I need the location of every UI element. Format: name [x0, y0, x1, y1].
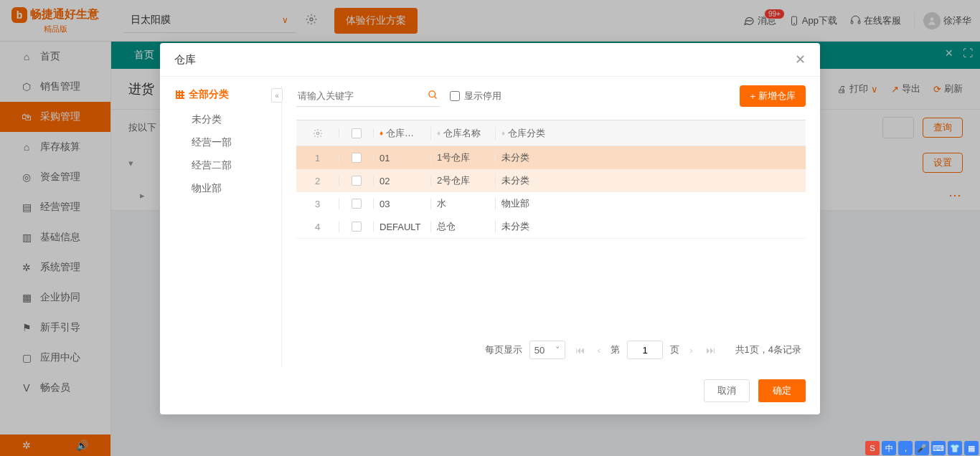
- row-cat: 未分类: [496, 151, 806, 164]
- row-check[interactable]: [339, 199, 374, 209]
- ime-grid-icon[interactable]: ▦: [964, 441, 979, 455]
- warehouse-dialog: 仓库 ✕ 全部分类 未分类 经营一部 经营二部 物业部 «: [160, 43, 820, 414]
- col-name-label: 仓库名称: [443, 127, 481, 140]
- category-item[interactable]: 物业部: [176, 177, 281, 200]
- page-input[interactable]: [627, 341, 663, 359]
- plus-icon: +: [750, 91, 755, 102]
- table-row[interactable]: 2 02 2号仓库 未分类: [296, 169, 806, 192]
- search-input[interactable]: [296, 85, 440, 106]
- row-name: 总仓: [431, 220, 496, 233]
- row-code: 03: [374, 199, 431, 209]
- row-index: 3: [296, 199, 339, 209]
- category-item[interactable]: 经营一部: [176, 131, 281, 154]
- ime-kb-icon[interactable]: ⌨: [931, 441, 946, 455]
- cancel-button[interactable]: 取消: [704, 379, 750, 402]
- checkbox-input[interactable]: [450, 91, 460, 101]
- sort-icon: ♦: [501, 129, 505, 137]
- row-cat: 物业部: [496, 197, 806, 210]
- col-cat-label: 仓库分类: [508, 127, 545, 140]
- next-page-icon[interactable]: ›: [687, 345, 695, 356]
- last-page-icon[interactable]: ⏭: [703, 345, 718, 356]
- page-suffix: 页: [670, 343, 679, 356]
- row-name: 1号仓库: [431, 151, 496, 164]
- ime-s-icon[interactable]: S: [865, 441, 880, 455]
- row-cat: 未分类: [496, 220, 806, 233]
- page-prefix: 第: [611, 343, 620, 356]
- category-item[interactable]: 经营二部: [176, 154, 281, 177]
- check-all[interactable]: [339, 128, 374, 138]
- show-disabled-label: 显示停用: [464, 90, 501, 103]
- table-row[interactable]: 1 01 1号仓库 未分类: [296, 146, 806, 169]
- warehouse-table: ♦仓库… ♦仓库名称 ♦仓库分类 1 01 1号仓库 未分类 2 02 2号仓库…: [296, 120, 806, 239]
- prev-page-icon[interactable]: ‹: [595, 345, 603, 356]
- show-disabled-checkbox[interactable]: 显示停用: [450, 90, 501, 103]
- table-toolbar: 显示停用 + 新增仓库: [296, 85, 806, 107]
- row-check[interactable]: [339, 222, 374, 232]
- first-page-icon[interactable]: ⏮: [573, 345, 588, 356]
- sort-icon: ♦: [437, 129, 440, 137]
- cat-all-label: 全部分类: [189, 88, 229, 101]
- add-label: 新增仓库: [758, 90, 796, 103]
- svg-point-11: [316, 132, 319, 135]
- dialog-title: 仓库: [174, 53, 196, 67]
- category-panel: 全部分类 未分类 经营一部 经营二部 物业部 «: [160, 85, 282, 367]
- ime-skin-icon[interactable]: 👕: [948, 441, 962, 455]
- ime-punct-icon[interactable]: ，: [898, 441, 913, 455]
- page-summary: 共1页，4条记录: [735, 343, 801, 356]
- search-icon[interactable]: [428, 90, 438, 103]
- table-row[interactable]: 4 DEFAULT 总仓 未分类: [296, 215, 806, 238]
- search-box: [296, 85, 440, 107]
- row-check[interactable]: [339, 176, 374, 186]
- gear-column[interactable]: [296, 128, 339, 138]
- row-index: 1: [296, 153, 339, 163]
- dialog-footer: 取消 确定: [160, 367, 820, 414]
- svg-point-9: [429, 90, 435, 97]
- category-all[interactable]: 全部分类: [176, 88, 281, 101]
- confirm-label: 确定: [773, 384, 791, 397]
- confirm-button[interactable]: 确定: [758, 379, 806, 402]
- pagination: 每页显示 50˅ ⏮ ‹ 第 页 › ⏭ 共1页，4条记录: [296, 333, 806, 367]
- ime-tray: S 中 ， 🎤 ⌨ 👕 ▦: [865, 440, 980, 456]
- row-code: 02: [374, 176, 431, 186]
- collapse-icon[interactable]: «: [271, 88, 283, 103]
- col-code[interactable]: ♦仓库…: [374, 127, 431, 140]
- table-head: ♦仓库… ♦仓库名称 ♦仓库分类: [296, 120, 806, 146]
- chevron-down-icon: ˅: [555, 345, 560, 356]
- per-page-label: 每页显示: [485, 343, 522, 356]
- category-item[interactable]: 未分类: [176, 108, 281, 131]
- row-code: 01: [374, 153, 431, 163]
- row-name: 2号仓库: [431, 174, 496, 187]
- row-check[interactable]: [339, 153, 374, 163]
- dialog-body: 全部分类 未分类 经营一部 经营二部 物业部 « 显示停用: [160, 76, 820, 367]
- row-index: 4: [296, 222, 339, 232]
- table-panel: 显示停用 + 新增仓库 ♦仓库… ♦仓库名称 ♦仓库分类 1: [282, 85, 820, 367]
- cancel-label: 取消: [717, 384, 736, 397]
- ime-mic-icon[interactable]: 🎤: [915, 441, 929, 455]
- add-warehouse-button[interactable]: + 新增仓库: [740, 85, 806, 107]
- row-name: 水: [431, 197, 496, 210]
- col-category[interactable]: ♦仓库分类: [496, 127, 806, 140]
- row-code: DEFAULT: [374, 222, 431, 232]
- close-icon[interactable]: ✕: [795, 52, 806, 67]
- row-cat: 未分类: [496, 174, 806, 187]
- dialog-header: 仓库 ✕: [160, 43, 820, 76]
- col-name[interactable]: ♦仓库名称: [431, 127, 496, 140]
- per-page-select[interactable]: 50˅: [529, 341, 565, 359]
- col-code-label: 仓库…: [386, 127, 414, 140]
- per-page-value: 50: [534, 345, 545, 356]
- sort-icon: ♦: [380, 129, 383, 137]
- row-index: 2: [296, 176, 339, 186]
- ime-cn-icon[interactable]: 中: [882, 441, 896, 455]
- svg-line-10: [434, 96, 436, 98]
- grid-icon: [176, 90, 184, 99]
- table-row[interactable]: 3 03 水 物业部: [296, 192, 806, 215]
